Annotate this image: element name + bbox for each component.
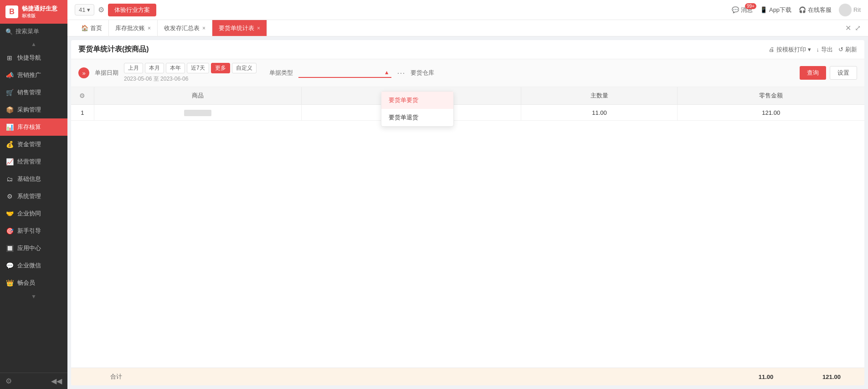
- tab-receive-summary[interactable]: 收发存汇总表 ×: [158, 20, 212, 36]
- app-center-icon: 🔲: [5, 245, 14, 252]
- expand-icon: »: [82, 70, 85, 77]
- topbar: 41 ▾ ⚙ 体验行业方案 💬 消息 99+ 📱 App下载 🎧 在线客服: [67, 0, 868, 20]
- warehouse-label: 要货仓库: [411, 69, 434, 77]
- sidebar-scroll-up[interactable]: ▲: [0, 39, 67, 49]
- date-btn-group: 上月 本月 本年 近7天 更多 自定义: [124, 63, 257, 73]
- table-footer: 合计 11.00 121.00: [71, 368, 864, 385]
- tab-close-order-summary[interactable]: ×: [257, 25, 260, 31]
- sidebar-item-enterprise[interactable]: 🤝 企业协同: [0, 205, 67, 222]
- sidebar-scroll-down[interactable]: ▼: [0, 292, 67, 302]
- more-btn[interactable]: 更多: [211, 63, 230, 73]
- sidebar-item-operations[interactable]: 📈 经营管理: [0, 153, 67, 170]
- trial-btn[interactable]: 体验行业方案: [108, 4, 156, 16]
- sidebar-item-sales[interactable]: 🛒 销售管理: [0, 84, 67, 101]
- app-download-btn[interactable]: 📱 App下载: [760, 6, 791, 14]
- sidebar-item-basic-info[interactable]: 🗂 基础信息: [0, 170, 67, 188]
- page-body: 要货单统计表(按商品) 🖨 按模板打印 ▾ ↓ 导出 ↺ 刷新: [71, 40, 864, 385]
- sidebar-nav: ▲ ⊞ 快捷导航 📣 营销推广 🛒 销售管理 📦 采购管理 📊 库存核算 💰 资…: [0, 39, 67, 373]
- close-all-tabs-btn[interactable]: ✕: [845, 24, 851, 32]
- operations-icon: 📈: [5, 158, 14, 165]
- messages-btn[interactable]: 💬 消息 99+: [732, 6, 753, 14]
- query-btn[interactable]: 查询: [800, 66, 826, 80]
- settings-btn[interactable]: 设置: [830, 66, 857, 80]
- sidebar-item-wechat[interactable]: 💬 企业微信: [0, 257, 67, 274]
- filter-expand-btn[interactable]: »: [78, 67, 89, 78]
- sidebar-item-inventory[interactable]: 📊 库存核算: [0, 118, 67, 136]
- wechat-icon: 💬: [5, 262, 14, 269]
- avatar-img: [839, 4, 852, 16]
- marketing-icon: 📣: [5, 72, 14, 79]
- filter-actions: 查询 设置: [800, 66, 857, 80]
- filter-more-btn[interactable]: ⋯: [397, 68, 405, 78]
- inventory-icon: 📊: [5, 123, 14, 131]
- logo-icon: B: [5, 5, 18, 18]
- template-print-btn[interactable]: 🖨 按模板打印 ▾: [769, 46, 811, 54]
- tab-order-summary[interactable]: 要货单统计表 ×: [212, 20, 267, 36]
- data-table: ⚙ 商品 主计量单位 主数量 零售金额 1 块: [71, 87, 864, 121]
- tab-close-receive-summary[interactable]: ×: [202, 25, 205, 31]
- refresh-icon: ↺: [838, 46, 843, 53]
- online-service-btn[interactable]: 🎧 在线客服: [799, 6, 832, 14]
- page-header: 要货单统计表(按商品) 🖨 按模板打印 ▾ ↓ 导出 ↺ 刷新: [71, 40, 864, 59]
- tabs-actions: ✕ ⤢: [845, 24, 861, 32]
- finance-icon: 💰: [5, 141, 14, 148]
- beginner-icon: 🎯: [5, 227, 14, 235]
- sidebar-item-app-center[interactable]: 🔲 应用中心: [0, 240, 67, 257]
- type-label: 单据类型: [269, 69, 293, 77]
- headset-icon: 🎧: [799, 6, 806, 13]
- search-icon: 🔍: [5, 28, 13, 35]
- sidebar-item-system[interactable]: ⚙ 系统管理: [0, 188, 67, 205]
- sidebar-item-beginner[interactable]: 🎯 新手引导: [0, 222, 67, 240]
- tabs-bar: 🏠 首页 库存批次账 × 收发存汇总表 × 要货单统计表 × ✕ ⤢: [67, 20, 868, 36]
- settings-bottom-icon[interactable]: ⚙: [5, 377, 12, 385]
- last-7days-btn[interactable]: 近7天: [187, 63, 209, 73]
- type-input-container[interactable]: ▲: [298, 68, 391, 78]
- footer-quantity: 11.00: [739, 374, 793, 380]
- tab-inventory-batch[interactable]: 库存批次账 ×: [109, 20, 158, 36]
- export-icon: ↓: [817, 46, 820, 53]
- this-year-btn[interactable]: 本年: [166, 63, 185, 73]
- table-wrap: ⚙ 商品 主计量单位 主数量 零售金额 1 块: [71, 87, 864, 368]
- sidebar-item-member[interactable]: 👑 畅会员: [0, 274, 67, 292]
- refresh-btn[interactable]: ↺ 刷新: [838, 46, 857, 54]
- type-dropdown: 要货单要货 要货单退货: [381, 91, 454, 127]
- tab-close-inventory-batch[interactable]: ×: [148, 25, 151, 31]
- basic-info-icon: 🗂: [5, 175, 14, 183]
- search-menu[interactable]: 🔍 搜索菜单: [0, 24, 67, 39]
- date-label: 单据日期: [95, 69, 118, 77]
- print-icon: 🖨: [769, 46, 775, 53]
- dropdown-item-order-request[interactable]: 要货单要货: [381, 92, 453, 109]
- th-settings: ⚙: [71, 87, 94, 105]
- topbar-right: 💬 消息 99+ 📱 App下载 🎧 在线客服 Rit: [732, 4, 861, 16]
- sidebar-item-purchase[interactable]: 📦 采购管理: [0, 101, 67, 118]
- dropdown-item-order-return[interactable]: 要货单退货: [381, 109, 453, 126]
- sales-icon: 🛒: [5, 89, 14, 96]
- sidebar-bottom: ⚙ ◀◀: [0, 373, 67, 389]
- th-quantity: 主数量: [521, 87, 678, 105]
- messages-badge: 99+: [745, 3, 756, 9]
- print-chevron-icon: ▾: [808, 46, 811, 53]
- system-icon: ⚙: [5, 193, 14, 200]
- last-month-btn[interactable]: 上月: [124, 63, 143, 73]
- company-selector[interactable]: 41 ▾: [75, 4, 94, 15]
- this-month-btn[interactable]: 本月: [145, 63, 164, 73]
- collapse-icon[interactable]: ◀◀: [51, 377, 62, 385]
- username-text: Rit: [853, 6, 861, 13]
- user-avatar[interactable]: Rit: [839, 4, 861, 16]
- type-input[interactable]: [300, 69, 382, 76]
- sidebar-item-marketing[interactable]: 📣 营销推广: [0, 67, 67, 84]
- custom-date-btn[interactable]: 自定义: [232, 63, 257, 73]
- sidebar-item-finance[interactable]: 💰 资金管理: [0, 136, 67, 153]
- tab-home[interactable]: 🏠 首页: [75, 20, 109, 36]
- expand-tabs-btn[interactable]: ⤢: [855, 24, 861, 32]
- footer-label: 合计: [110, 373, 122, 381]
- export-btn[interactable]: ↓ 导出: [817, 46, 833, 54]
- table-row: 1 块 11.00 121.00: [71, 105, 864, 121]
- table-settings-icon[interactable]: ⚙: [79, 92, 85, 99]
- topbar-left: 41 ▾ ⚙ 体验行业方案: [75, 4, 726, 16]
- date-filters: 上月 本月 本年 近7天 更多 自定义 2023-05-06 至 2023-06…: [124, 63, 257, 83]
- sidebar-item-quick-nav[interactable]: ⊞ 快捷导航: [0, 49, 67, 67]
- topbar-gear-icon[interactable]: ⚙: [98, 5, 104, 14]
- footer-amount: 121.00: [804, 374, 859, 380]
- date-range-text: 2023-05-06 至 2023-06-06: [124, 75, 188, 83]
